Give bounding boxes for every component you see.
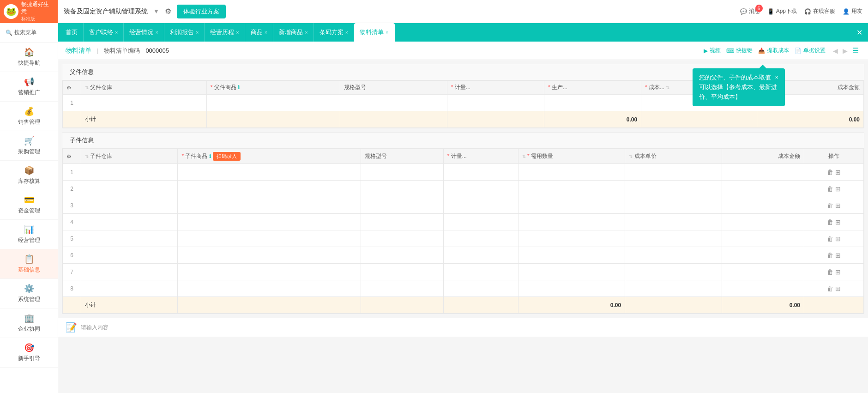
child-unit-cost-1[interactable] — [625, 164, 722, 181]
child-qty-4[interactable] — [518, 214, 625, 230]
child-spec-2[interactable] — [361, 181, 443, 197]
tab-close-bom[interactable]: × — [386, 30, 388, 35]
sidebar-item-enterprise[interactable]: 🏢 企业协同 — [0, 308, 58, 338]
child-qty-1[interactable] — [518, 164, 625, 181]
child-sort-icon[interactable]: ⇅ — [85, 154, 89, 159]
trial-button[interactable]: 体验行业方案 — [177, 5, 226, 18]
sidebar-search-area[interactable]: 🔍 搜索菜单 — [0, 23, 58, 42]
copy-icon-3[interactable]: ⊞ — [835, 202, 841, 209]
tab-profit[interactable]: 利润报告 × — [164, 23, 205, 42]
tab-new-product[interactable]: 新增商品 × — [273, 23, 313, 42]
child-unit-1[interactable] — [443, 164, 518, 181]
child-warehouse-1[interactable] — [81, 164, 178, 181]
gear-icon[interactable]: ⚙ — [165, 7, 171, 16]
child-warehouse-5[interactable] — [81, 230, 178, 247]
bottom-placeholder-text[interactable]: 请输入内容 — [81, 324, 108, 332]
prev-arrow[interactable]: ◀ — [831, 46, 840, 55]
copy-icon-7[interactable]: ⊞ — [835, 268, 841, 276]
child-unit-7[interactable] — [443, 264, 518, 280]
child-spec-1[interactable] — [361, 164, 443, 181]
sidebar-item-quick-nav[interactable]: 🏠 快捷导航 — [0, 42, 58, 72]
child-product-6[interactable] — [178, 247, 361, 264]
child-unit-2[interactable] — [443, 181, 518, 197]
parent-production-cell[interactable] — [544, 95, 641, 111]
child-qty-5[interactable] — [518, 230, 625, 247]
child-unit-5[interactable] — [443, 230, 518, 247]
delete-icon-4[interactable]: 🗑 — [827, 218, 833, 226]
child-warehouse-8[interactable] — [81, 280, 178, 297]
copy-icon-2[interactable]: ⊞ — [835, 185, 841, 193]
global-close-icon[interactable]: ✕ — [853, 28, 866, 37]
child-qty-7[interactable] — [518, 264, 625, 280]
child-unit-cost-7[interactable] — [625, 264, 722, 280]
child-sort-icon-2[interactable]: ⇅ — [522, 154, 526, 159]
tab-home[interactable]: 首页 — [60, 23, 84, 42]
child-warehouse-4[interactable] — [81, 214, 178, 230]
tab-barcode[interactable]: 条码方案 × — [314, 23, 354, 42]
tab-close-new-product[interactable]: × — [305, 30, 307, 35]
delete-icon-5[interactable]: 🗑 — [827, 235, 833, 242]
delete-icon-3[interactable]: 🗑 — [827, 202, 833, 209]
tab-close-ops[interactable]: × — [155, 30, 158, 35]
child-qty-3[interactable] — [518, 197, 625, 214]
message-button[interactable]: 💬 消息 6 — [740, 7, 760, 15]
tab-close-product[interactable]: × — [265, 30, 267, 35]
delete-icon-6[interactable]: 🗑 — [827, 252, 833, 259]
child-product-4[interactable] — [178, 214, 361, 230]
child-spec-5[interactable] — [361, 230, 443, 247]
child-warehouse-3[interactable] — [81, 197, 178, 214]
child-product-8[interactable] — [178, 280, 361, 297]
tab-close-history[interactable]: × — [236, 30, 239, 35]
child-unit-cost-6[interactable] — [625, 247, 722, 264]
child-unit-3[interactable] — [443, 197, 518, 214]
single-settings-action[interactable]: 📄 单据设置 — [795, 47, 826, 54]
search-menu-button[interactable]: 🔍 搜索菜单 — [4, 27, 54, 38]
sort-icon-2[interactable]: ⇅ — [666, 85, 669, 90]
user-button[interactable]: 👤 用友 — [843, 7, 862, 15]
sidebar-item-sales[interactable]: 💰 销售管理 — [0, 102, 58, 131]
child-qty-8[interactable] — [518, 280, 625, 297]
tab-product[interactable]: 商品 × — [245, 23, 273, 42]
child-config-icon[interactable]: ⚙ — [66, 153, 72, 160]
child-spec-7[interactable] — [361, 264, 443, 280]
delete-icon-1[interactable]: 🗑 — [827, 169, 833, 176]
copy-icon-4[interactable]: ⊞ — [835, 218, 841, 226]
copy-icon-8[interactable]: ⊞ — [835, 285, 841, 292]
sidebar-item-newbie[interactable]: 🎯 新手引导 — [0, 338, 58, 368]
sidebar-item-marketing[interactable]: 📢 营销推广 — [0, 72, 58, 102]
child-sort-icon-3[interactable]: ⇅ — [629, 154, 633, 159]
sidebar-item-inventory[interactable]: 📦 库存核算 — [0, 161, 58, 190]
child-unit-cost-3[interactable] — [625, 197, 722, 214]
child-unit-8[interactable] — [443, 280, 518, 297]
tab-close-barcode[interactable]: × — [345, 30, 348, 35]
extract-cost-action[interactable]: 📥 提取成本 — [758, 47, 789, 54]
sort-icon[interactable]: ⇅ — [85, 85, 89, 90]
tab-close-customer[interactable]: × — [115, 30, 118, 35]
tab-operations-status[interactable]: 经营情况 × — [124, 23, 164, 42]
help-icon[interactable]: ℹ — [238, 84, 240, 91]
online-service-button[interactable]: 🎧 在线客服 — [804, 7, 835, 15]
sidebar-item-basic-info[interactable]: 📋 基础信息 — [0, 249, 58, 279]
delete-icon-7[interactable]: 🗑 — [827, 268, 833, 276]
child-spec-4[interactable] — [361, 214, 443, 230]
parent-spec-cell[interactable] — [340, 95, 447, 111]
child-spec-6[interactable] — [361, 247, 443, 264]
tooltip-close-button[interactable]: × — [775, 73, 778, 83]
parent-unit-cell[interactable] — [447, 95, 544, 111]
child-warehouse-2[interactable] — [81, 181, 178, 197]
sidebar-item-system[interactable]: ⚙️ 系统管理 — [0, 279, 58, 308]
child-unit-cost-4[interactable] — [625, 214, 722, 230]
copy-icon-1[interactable]: ⊞ — [835, 169, 841, 176]
scan-button[interactable]: 扫码录入 — [213, 152, 241, 161]
child-product-1[interactable] — [178, 164, 361, 181]
child-product-3[interactable] — [178, 197, 361, 214]
child-unit-4[interactable] — [443, 214, 518, 230]
tab-close-profit[interactable]: × — [196, 30, 199, 35]
child-spec-3[interactable] — [361, 197, 443, 214]
sidebar-item-purchase[interactable]: 🛒 采购管理 — [0, 131, 58, 161]
child-warehouse-6[interactable] — [81, 247, 178, 264]
tab-customer[interactable]: 客户联络 × — [84, 23, 124, 42]
child-product-2[interactable] — [178, 181, 361, 197]
view-action[interactable]: ▶ 视频 — [704, 47, 721, 54]
dropdown-icon[interactable]: ▼ — [153, 8, 159, 15]
